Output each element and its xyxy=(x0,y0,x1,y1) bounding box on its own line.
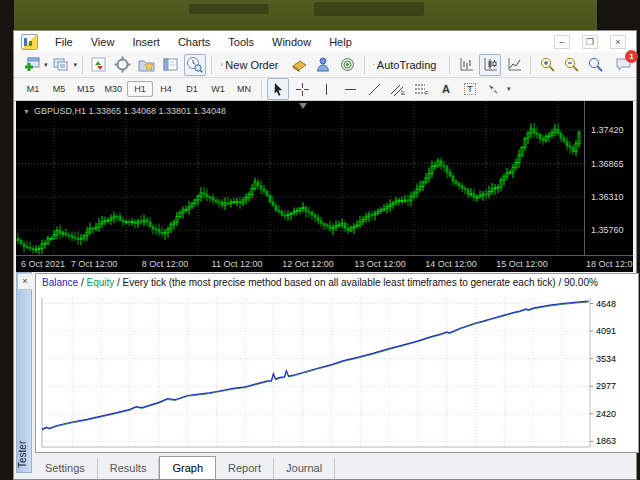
profiles-dropdown-icon[interactable]: ▾ xyxy=(74,61,78,69)
time-tick-label: 13 Oct 12:00 xyxy=(354,259,406,269)
new-order-button[interactable]: New Order xyxy=(217,54,287,76)
minimize-button[interactable]: – xyxy=(554,35,570,49)
data-window-button[interactable] xyxy=(112,54,134,76)
timeframe-m5[interactable]: M5 xyxy=(46,81,72,97)
zoom-out-icon xyxy=(563,56,580,73)
expert-advisors-button[interactable] xyxy=(313,54,335,76)
zoom-out-button[interactable] xyxy=(560,54,582,76)
trendline-tool-button[interactable] xyxy=(363,78,385,100)
standard-toolbar: ▾ ▾ xyxy=(14,52,636,78)
svg-text:969: 969 xyxy=(324,450,339,452)
close-button[interactable]: × xyxy=(610,35,626,49)
timeframe-m30[interactable]: M30 xyxy=(100,81,128,97)
tester-sidebar[interactable]: × Tester xyxy=(16,272,32,473)
tester-tab-journal[interactable]: Journal xyxy=(274,458,335,479)
graph-header: Balance / Equity / Every tick (the most … xyxy=(42,277,598,288)
time-tick-label: 12 Oct 12:00 xyxy=(282,259,334,269)
market-watch-icon xyxy=(90,56,107,73)
toolbar-separator xyxy=(211,56,212,74)
chart-shift-marker-icon[interactable] xyxy=(299,103,307,109)
zoom-in-button[interactable] xyxy=(536,54,558,76)
text-tool-button[interactable]: A xyxy=(435,78,457,100)
menu-insert[interactable]: Insert xyxy=(123,34,169,50)
autotrading-button[interactable]: AutoTrading xyxy=(369,54,444,76)
svg-text:873: 873 xyxy=(295,450,310,452)
scripts-button[interactable] xyxy=(337,54,359,76)
menu-view[interactable]: View xyxy=(82,34,124,50)
profiles-button[interactable] xyxy=(50,54,72,76)
cursor-tool-button[interactable] xyxy=(267,78,289,100)
tester-tab-graph[interactable]: Graph xyxy=(159,456,216,479)
strategy-tester-button[interactable] xyxy=(184,54,206,76)
bar-chart-button[interactable] xyxy=(455,54,477,76)
timeframe-m15[interactable]: M15 xyxy=(72,81,100,97)
timeframe-mn[interactable]: MN xyxy=(231,81,257,97)
trendline-icon xyxy=(367,82,382,97)
crosshair-icon xyxy=(295,82,310,97)
new-chart-button[interactable] xyxy=(20,54,42,76)
tester-close-icon[interactable]: × xyxy=(18,274,32,290)
timeframe-h4[interactable]: H4 xyxy=(153,81,179,97)
text-label-tool-button[interactable]: T xyxy=(459,78,481,100)
arrows-tool-button[interactable] xyxy=(483,78,505,100)
svg-text:4648: 4648 xyxy=(596,299,616,309)
tester-tab-results[interactable]: Results xyxy=(98,458,160,479)
menu-tools[interactable]: Tools xyxy=(219,34,263,50)
time-tick-label: 6 Oct 2021 xyxy=(21,259,65,269)
svg-text:1644: 1644 xyxy=(523,450,543,452)
candlestick-chart-button[interactable] xyxy=(479,54,501,76)
time-axis[interactable]: 6 Oct 20217 Oct 12:008 Oct 12:0011 Oct 1… xyxy=(16,255,633,273)
cursor-icon xyxy=(271,82,286,97)
price-tick-label: 1.37420 xyxy=(591,125,624,135)
new-chart-dropdown-icon[interactable]: ▾ xyxy=(44,61,48,69)
svg-text:294: 294 xyxy=(122,450,137,452)
menu-charts[interactable]: Charts xyxy=(169,34,219,50)
navigator-button[interactable] xyxy=(136,54,158,76)
tester-tab-report[interactable]: Report xyxy=(216,458,274,479)
arrows-dropdown-icon[interactable]: ▾ xyxy=(507,85,511,93)
tester-tab-settings[interactable]: Settings xyxy=(33,458,98,479)
balance-graph[interactable]: 0101198294391487584680776873969106611621… xyxy=(36,274,638,452)
toolbar-separator xyxy=(530,56,531,74)
candlestick-chart[interactable] xyxy=(16,101,584,255)
indicators-icon xyxy=(291,56,308,73)
market-watch-button[interactable] xyxy=(88,54,110,76)
time-tick-label: 14 Oct 12:00 xyxy=(425,259,477,269)
line-chart-button[interactable] xyxy=(503,54,525,76)
timeframe-d1[interactable]: D1 xyxy=(179,81,205,97)
restore-button[interactable]: ❐ xyxy=(582,35,598,49)
svg-text:198: 198 xyxy=(94,450,109,452)
window-controls: – ❐ × xyxy=(554,35,636,49)
tester-vertical-tab[interactable]: Tester xyxy=(17,424,33,468)
terminal-button[interactable] xyxy=(160,54,182,76)
timeframes-toolbar: M1M5M15M30H1H4D1W1MN xyxy=(14,78,636,101)
svg-text:1355: 1355 xyxy=(437,450,457,452)
indicators-button[interactable] xyxy=(289,54,311,76)
new-order-icon xyxy=(221,56,224,73)
crosshair-tool-button[interactable] xyxy=(291,78,313,100)
horizontal-line-tool-button[interactable] xyxy=(339,78,361,100)
fibonacci-tool-button[interactable]: F xyxy=(411,78,433,100)
price-axis[interactable]: 1.374201.368651.363101.35760 xyxy=(584,101,634,255)
equity-legend: Equity xyxy=(86,277,114,288)
scripts-icon xyxy=(339,56,356,73)
horizontal-line-icon xyxy=(343,82,358,97)
menu-help[interactable]: Help xyxy=(320,34,361,50)
price-tick-label: 1.35760 xyxy=(591,225,624,235)
community-button[interactable]: 1 xyxy=(613,54,635,76)
svg-text:391: 391 xyxy=(151,450,166,452)
timeframe-w1[interactable]: W1 xyxy=(205,81,231,97)
vertical-line-tool-button[interactable] xyxy=(315,78,337,100)
menu-window[interactable]: Window xyxy=(263,34,320,50)
svg-text:487: 487 xyxy=(180,450,195,452)
text-tool-icon: A xyxy=(442,83,450,95)
line-chart-icon xyxy=(506,56,523,73)
timeframe-h1[interactable]: H1 xyxy=(127,81,153,97)
find-symbol-button[interactable] xyxy=(584,54,606,76)
chart-dropdown-icon[interactable]: ▼ xyxy=(23,108,30,115)
notification-badge: 1 xyxy=(625,50,638,63)
channel-tool-button[interactable]: E xyxy=(387,78,409,100)
time-tick-label: 7 Oct 12:00 xyxy=(71,259,118,269)
menu-file[interactable]: File xyxy=(46,34,82,50)
timeframe-m1[interactable]: M1 xyxy=(20,81,46,97)
